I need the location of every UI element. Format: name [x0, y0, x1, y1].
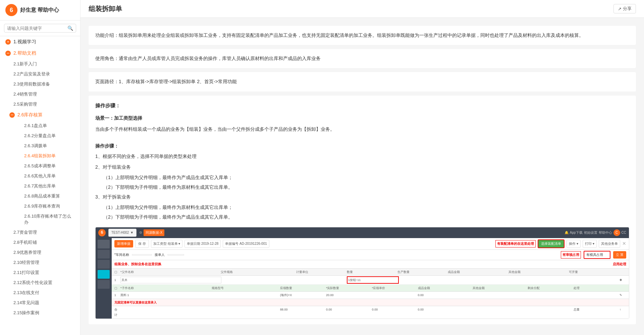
fake-toggle-row: 组装业务、拆卸业务在这里切换 启用处理	[112, 260, 629, 269]
fake-sub-col-remain: 剩余分配	[528, 285, 573, 291]
sidebar-item-264[interactable]: 2.6.4组装拆卸单	[5, 151, 80, 161]
fake-avatar: C	[613, 229, 620, 236]
fake-workshop-input	[132, 254, 152, 256]
step-3-2: （2）下部明细为子件明细，最终作为产成品生成其它入库单。	[95, 213, 629, 221]
sidebar-item-262[interactable]: 2.6.2分量盘点单	[5, 131, 80, 141]
sidebar-item-2-3[interactable]: 2.3使用前数据准备	[0, 79, 80, 89]
sidebar-item-2-2[interactable]: 2.2产品安装及登录	[0, 69, 80, 79]
fake-addr: TEST-H002	[111, 230, 129, 236]
content-area: 功能介绍：组装拆卸单用来处理企业组装或拆卸等加工业务，支持有固定装配清单的产品加…	[80, 18, 644, 335]
fake-col-prod-amt: 成品金额	[448, 269, 507, 275]
fake-sub-col-prodamt: 成品金额	[418, 285, 472, 291]
path-text: 页面路径：1、库存核算->库存管理->组装拆卸单 2、首页->常用功能	[95, 77, 629, 86]
fake-form-label-1: *车间名称	[114, 252, 129, 258]
logo-text: 好生意 帮助中心	[20, 7, 59, 14]
fake-footer-empty	[120, 307, 211, 318]
sidebar-label-1: 1.视频学习	[13, 39, 36, 45]
fake-app-sidebar	[96, 238, 112, 319]
intro-card: 功能介绍：组装拆卸单用来处理企业组装或拆卸等加工业务，支持有固定装配清单的产品加…	[89, 26, 636, 45]
sidebar-item-2-12[interactable]: 2.12系统个性化设置	[0, 278, 80, 288]
fake-footer-val7: 总量	[574, 307, 619, 318]
fake-footer-label: 合计	[114, 307, 120, 318]
sidebar-label-2: 2.帮助文档	[13, 50, 36, 56]
minus-icon-2: −	[5, 51, 11, 56]
fake-footer-val1: 88.00	[280, 307, 325, 318]
step-3: 3、对于拆装业务	[95, 193, 629, 201]
sidebar-item-267[interactable]: 2.6.7其他出库单	[5, 181, 80, 191]
fake-icon-1: ⚙	[139, 230, 142, 236]
sidebar-item-2-14[interactable]: 2.14常见问题	[0, 298, 80, 308]
fake-workshop-annotation: 有审核占用	[561, 251, 581, 259]
sidebar-item-266[interactable]: 2.6.6其他入库单	[5, 171, 80, 181]
scenario1-ops: 操作步骤：	[95, 142, 629, 150]
sidebar-item-2-7[interactable]: 2.7资金管理	[0, 227, 80, 237]
fake-sub-col-0: ▢	[114, 285, 120, 291]
screenshot-container: 6 TEST-H002 ▼ ⚙ 同源数据-X 🔔 App下载	[95, 227, 629, 319]
fake-col-qty: 数量	[347, 269, 397, 275]
sidebar-header: 6 好生意 帮助中心	[0, 0, 80, 20]
fake-footer-empty2	[212, 307, 279, 318]
fake-sidebar-item-1	[98, 240, 110, 248]
search-area: 🔍	[0, 20, 80, 36]
fake-sub-col-handle: 处理	[574, 285, 619, 291]
search-box[interactable]: 🔍	[4, 24, 76, 33]
topbar: 组装拆卸单 ↗ 分享	[80, 0, 644, 18]
share-icon: ↗	[618, 6, 622, 11]
sidebar: 6 好生意 帮助中心 🔍 + 1.视频学习 − 2.帮助文档 2.1新手入门 2…	[0, 0, 80, 335]
sidebar-item-2-6[interactable]: − 2.6库存核算	[0, 109, 80, 121]
sidebar-item-265[interactable]: 2.6.5成本调整单	[5, 161, 80, 171]
sidebar-item-2-5[interactable]: 2.5采购管理	[0, 99, 80, 109]
sidebar-item-2-11[interactable]: 2.11打印设置	[0, 268, 80, 278]
no-bom-text: 无固定清单可以直接在这里录入	[114, 301, 157, 304]
fake-col-parent-spec: 父件规格	[221, 269, 296, 275]
fake-col-parent-name: *父件名称	[120, 269, 220, 275]
step-2-1: （1）上部明细为父件明细，最终作为产成品生成其它入库单；	[95, 173, 629, 182]
sidebar-item-2-15[interactable]: 2.15操作案例	[0, 308, 80, 318]
fake-row-name: 关木	[120, 277, 221, 283]
scenario1-desc: 当由多个子件材料组装成一个成品的业务为【组装】业务，当由一个父件拆分成多个子产品…	[95, 125, 629, 133]
fake-user-icon: 帮助中心	[599, 230, 612, 236]
sidebar-item-2-10[interactable]: 2.10经营管理	[0, 258, 80, 268]
fake-ops: 操作 ▾	[567, 240, 581, 248]
sidebar-item-2-9[interactable]: 2.9优惠券管理	[0, 247, 80, 258]
sidebar-item-268[interactable]: 2.6.8商品成本重算	[5, 191, 80, 201]
search-input[interactable]	[7, 26, 67, 31]
sidebar-item-2-4[interactable]: 2.4销售管理	[0, 89, 80, 99]
sidebar-item-2-8[interactable]: 2.8手机旺铺	[0, 237, 80, 247]
share-button[interactable]: ↗ 分享	[613, 4, 636, 13]
sidebar-item-263[interactable]: 2.6.3调拨单	[5, 141, 80, 151]
sidebar-item-1[interactable]: + 1.视频学习	[0, 36, 80, 48]
fake-sub-col-price: *应领单价	[372, 285, 417, 291]
role-card: 使用角色：通常由生产人员或库管人员完成拆装业务的操作，库管人员确认原材料的出库和…	[89, 49, 636, 68]
ops-heading: 操作步骤：	[95, 101, 629, 110]
sidebar-item-261[interactable]: 2.6.1盘点单	[5, 121, 80, 131]
fake-type-select: 加工类型 组装单 ▾	[151, 240, 183, 248]
role-text: 使用角色：通常由生产人员或库管人员完成拆装业务的操作，库管人员确认原材料的出库和…	[95, 54, 629, 63]
fake-form-row: *车间名称 接单人 有审核占用 有模具占用 立 算	[112, 250, 629, 260]
fake-app-main: 新增单据 保 存 加工类型 组装单 ▾ 单据日期 2019-12-28 单据编号…	[112, 238, 629, 319]
fake-footer-val2: 0.00	[326, 307, 371, 318]
sidebar-label-2-6: 2.6库存核算	[17, 112, 43, 118]
fake-footer: 合计 88.00 0.00 0.00 0.00 总量 ↑	[112, 306, 629, 318]
fake-help-icon: App下载	[570, 230, 583, 236]
toggle-annotation: 组装业务、拆卸业务在这里切换	[114, 261, 161, 267]
fake-upper-table-header: ▢ *父件名称 父件规格 计量单位 数量 生产数量 成品金额 其他金额 可开量	[112, 269, 629, 276]
fake-col-prod-qty: 生产数量	[397, 269, 447, 275]
path-card: 页面路径：1、库存核算->库存管理->组装拆卸单 2、首页->常用功能	[89, 72, 636, 91]
fake-footer-val5	[473, 307, 527, 318]
fake-sidebar-item-3	[98, 260, 110, 269]
nav-list: + 1.视频学习 − 2.帮助文档 2.1新手入门 2.2产品安装及登录 2.3…	[0, 36, 80, 335]
fake-col-0: ▢	[114, 269, 120, 275]
sidebar-item-2-13[interactable]: 2.13在线支付	[0, 288, 80, 298]
fake-settings-icon: 初始设置	[584, 230, 597, 236]
step-2-2: （2）下部明细为子件明细，最终作为原材料生成其它出库单。	[95, 183, 629, 191]
sidebar-item-2-1[interactable]: 2.1新手入门	[0, 59, 80, 69]
fake-sub-col-actual: *实际数量	[326, 285, 371, 291]
sidebar-item-2[interactable]: − 2.帮助文档	[0, 48, 80, 59]
fake-btn-new: 新增单据	[114, 240, 133, 247]
sidebar-item-269[interactable]: 2.6.9库存账本查询	[5, 201, 80, 211]
fake-bell-icon: 🔔	[565, 230, 569, 236]
sidebar-item-2610[interactable]: 2.6.10库存账本错了怎么办	[5, 211, 80, 227]
fake-username: CC	[622, 230, 626, 236]
fake-col-other-amt: 其他金额	[508, 269, 568, 275]
